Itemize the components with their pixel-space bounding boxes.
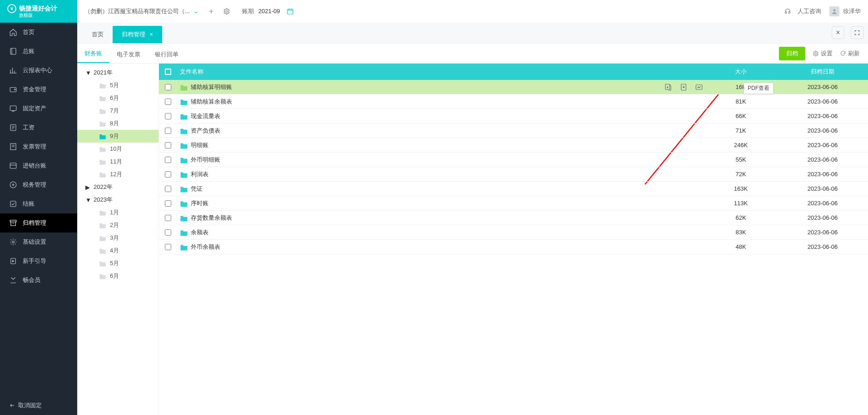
row-checkbox[interactable] bbox=[165, 186, 171, 192]
fullscreen-icon[interactable] bbox=[851, 26, 863, 39]
tree-month[interactable]: 5月 bbox=[77, 79, 159, 92]
table-row[interactable]: 凭证163K2023-06-06 bbox=[159, 182, 868, 196]
table-row[interactable]: 资产负债表71K2023-06-06 bbox=[159, 124, 868, 138]
company-settings-icon[interactable] bbox=[220, 5, 233, 18]
row-checkbox[interactable] bbox=[165, 244, 171, 250]
tree-year[interactable]: ▼2023年 bbox=[77, 193, 159, 206]
nav-item-vip[interactable]: 畅会员 bbox=[0, 271, 77, 290]
sub-tab-finance[interactable]: 财务账 bbox=[77, 45, 109, 63]
col-size-header: 大小 bbox=[704, 68, 777, 76]
nav-list: 首页总账云报表中心资金管理固定资产工资发票管理进销台账税务管理结账归档管理基础设… bbox=[0, 23, 77, 396]
brand-block: ¥ 畅捷通好会计 旗舰版 bbox=[0, 0, 77, 23]
select-all-checkbox[interactable] bbox=[165, 69, 171, 75]
nav-item-archive[interactable]: 归档管理 bbox=[0, 213, 77, 232]
calendar-icon[interactable] bbox=[284, 5, 297, 18]
sub-tab-einvoice[interactable]: 电子发票 bbox=[109, 46, 148, 63]
tree-month[interactable]: 7月 bbox=[77, 104, 159, 117]
table-row[interactable]: 利润表72K2023-06-06 bbox=[159, 167, 868, 182]
nav-item-tax[interactable]: 税务管理 bbox=[0, 175, 77, 194]
tree-month[interactable]: 8月 bbox=[77, 117, 159, 130]
file-name: 现金流量表 bbox=[191, 112, 220, 120]
chart-icon bbox=[9, 66, 17, 74]
nav-item-gear[interactable]: 基础设置 bbox=[0, 232, 77, 252]
support-icon[interactable] bbox=[781, 5, 794, 18]
sub-tabs: 财务账 电子发票 银行回单 bbox=[77, 44, 159, 64]
close-all-tabs[interactable]: × bbox=[832, 26, 844, 39]
sidebar-unpin[interactable]: 取消固定 bbox=[0, 396, 77, 415]
nav-item-close[interactable]: 结账 bbox=[0, 194, 77, 213]
download-pdf-icon[interactable] bbox=[678, 82, 689, 93]
row-checkbox[interactable] bbox=[165, 128, 171, 134]
table-row[interactable]: 余额表83K2023-06-06 bbox=[159, 225, 868, 240]
folder-icon bbox=[99, 82, 106, 89]
row-checkbox[interactable] bbox=[165, 200, 171, 207]
chevron-down-icon[interactable]: ⌄ bbox=[193, 8, 198, 15]
table-row[interactable]: 序时账113K2023-06-06 bbox=[159, 196, 868, 211]
nav-item-wallet[interactable]: 资金管理 bbox=[0, 80, 77, 99]
tree-month[interactable]: 2月 bbox=[77, 219, 159, 232]
period-value[interactable]: 2021-09 bbox=[258, 8, 280, 15]
nav-item-chart[interactable]: 云报表中心 bbox=[0, 61, 77, 80]
folder-icon bbox=[180, 98, 188, 105]
tree-month[interactable]: 5月 bbox=[77, 257, 159, 270]
nav-item-book[interactable]: 总账 bbox=[0, 42, 77, 61]
row-checkbox[interactable] bbox=[165, 113, 171, 119]
table-row[interactable]: 现金流量表66K2023-06-06 bbox=[159, 109, 868, 124]
tab-home-label: 首页 bbox=[92, 31, 104, 38]
nav-item-pay[interactable]: 工资 bbox=[0, 118, 77, 137]
settings-link[interactable]: 设置 bbox=[813, 49, 833, 58]
table-row[interactable]: 存货数量余额表62K2023-06-06 bbox=[159, 211, 868, 225]
tab-archive[interactable]: 归档管理 × bbox=[113, 26, 162, 43]
nav-item-ledger[interactable]: 进销台账 bbox=[0, 156, 77, 175]
table-row[interactable]: 明细账246K2023-06-06 bbox=[159, 138, 868, 153]
nav-item-home[interactable]: 首页 bbox=[0, 23, 77, 42]
col-name-header: 文件名称 bbox=[177, 68, 704, 76]
tree-year[interactable]: ▼2021年 bbox=[77, 66, 159, 79]
file-size: 66K bbox=[704, 113, 777, 119]
folder-icon bbox=[180, 142, 188, 149]
view-pdf-icon[interactable] bbox=[694, 82, 704, 93]
table-row[interactable]: 辅助核算余额表81K2023-06-06 bbox=[159, 94, 868, 109]
tree-year[interactable]: ▶2022年 bbox=[77, 181, 159, 193]
avatar[interactable] bbox=[829, 6, 839, 16]
nav-item-invoice[interactable]: 发票管理 bbox=[0, 137, 77, 156]
gear-icon bbox=[9, 238, 17, 246]
nav-item-asset[interactable]: 固定资产 bbox=[0, 99, 77, 118]
file-date: 2023-06-06 bbox=[777, 229, 868, 236]
tab-home[interactable]: 首页 bbox=[83, 26, 113, 43]
company-selector[interactable]: （勿删）江西服宝精品有限责任公司（... bbox=[84, 7, 190, 15]
tree-month[interactable]: 6月 bbox=[77, 270, 159, 282]
tree-month[interactable]: 3月 bbox=[77, 232, 159, 244]
nav-label: 新手引导 bbox=[23, 257, 46, 265]
file-size: 246K bbox=[704, 142, 777, 148]
tree-month[interactable]: 10月 bbox=[77, 143, 159, 155]
username[interactable]: 徐泽华 bbox=[843, 7, 861, 15]
support-label[interactable]: 人工咨询 bbox=[798, 7, 821, 15]
tree-month[interactable]: 4月 bbox=[77, 244, 159, 257]
svg-point-15 bbox=[815, 53, 817, 54]
table-row[interactable]: 外币明细账55K2023-06-06 bbox=[159, 153, 868, 167]
tree-month[interactable]: 6月 bbox=[77, 92, 159, 104]
tree-month[interactable]: 11月 bbox=[77, 155, 159, 168]
row-checkbox[interactable] bbox=[165, 84, 171, 90]
row-checkbox[interactable] bbox=[165, 171, 171, 178]
tree-month[interactable]: 1月 bbox=[77, 206, 159, 219]
file-name: 辅助核算明细账 bbox=[191, 83, 232, 91]
table-row[interactable]: 外币余额表48K2023-06-06 bbox=[159, 240, 868, 254]
row-checkbox[interactable] bbox=[165, 229, 171, 236]
tree-month[interactable]: 9月 bbox=[77, 130, 159, 143]
table-row[interactable]: 辅助核算明细账16K2023-06-06PDF查看 bbox=[159, 80, 868, 94]
download-combined-icon[interactable] bbox=[663, 82, 674, 93]
nav-item-guide[interactable]: 新手引导 bbox=[0, 252, 77, 271]
folder-icon bbox=[180, 200, 188, 207]
row-checkbox[interactable] bbox=[165, 157, 171, 163]
tree-month[interactable]: 12月 bbox=[77, 168, 159, 181]
archive-button[interactable]: 归档 bbox=[779, 47, 805, 60]
add-company-icon[interactable] bbox=[205, 5, 218, 18]
close-tab-icon[interactable]: × bbox=[150, 31, 153, 38]
refresh-link[interactable]: 刷新 bbox=[840, 49, 860, 58]
row-checkbox[interactable] bbox=[165, 215, 171, 221]
row-checkbox[interactable] bbox=[165, 142, 171, 148]
file-size: 72K bbox=[704, 171, 777, 178]
row-checkbox[interactable] bbox=[165, 99, 171, 105]
